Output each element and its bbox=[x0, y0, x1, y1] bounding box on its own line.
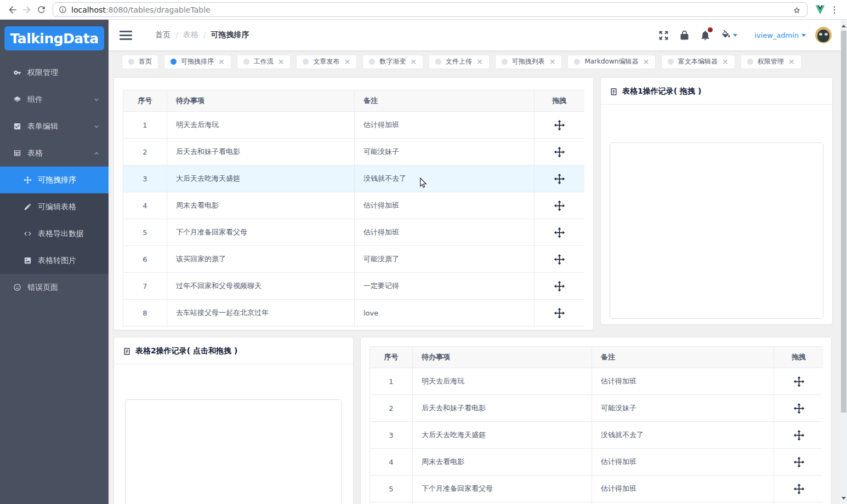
sidebar-item-error-pages[interactable]: 错误页面 bbox=[0, 274, 109, 301]
sidebar-subitem-table-to-image[interactable]: 表格转图片 bbox=[0, 247, 109, 274]
table-row[interactable]: 6 该买回家的票了 可能没票了 bbox=[123, 245, 584, 272]
address-bar[interactable]: localhost:8080/tables/dragableTable bbox=[53, 2, 808, 17]
tab-label: Markdown编辑器 bbox=[584, 57, 638, 66]
column-header: 备注 bbox=[592, 347, 774, 368]
browser-forward-button[interactable] bbox=[20, 3, 34, 17]
table-row[interactable]: 2 后天去和妹子看电影 可能没妹子 bbox=[370, 394, 822, 421]
page-scrollbar[interactable] bbox=[840, 20, 847, 504]
table-row[interactable]: 4 周末去看电影 估计得加班 bbox=[370, 448, 822, 475]
sidebar-subitem-label: 表格导出数据 bbox=[38, 229, 84, 239]
todo-cell: 下个月准备回家看父母 bbox=[167, 219, 355, 245]
sidebar-item-components[interactable]: 组件 bbox=[0, 86, 109, 113]
table-row[interactable]: 3 大后天去吃海天盛筵 没钱就不去了 bbox=[123, 165, 584, 192]
sidebar-subitem-editable-table[interactable]: 可编辑表格 bbox=[0, 193, 109, 220]
sidebar-item-tables[interactable]: 表格 bbox=[0, 140, 109, 167]
close-icon[interactable]: ✕ bbox=[788, 58, 795, 66]
table-row[interactable]: 4 周末去看电影 估计得加班 bbox=[123, 192, 584, 219]
notification-badge bbox=[708, 27, 713, 32]
drag-handle-icon[interactable] bbox=[554, 200, 565, 211]
drag-handle-icon[interactable] bbox=[793, 403, 805, 414]
todo-cell: 大后天去吃海天盛筵 bbox=[413, 422, 592, 448]
drag-handle-icon[interactable] bbox=[554, 227, 565, 238]
close-icon[interactable]: ✕ bbox=[643, 58, 649, 66]
table-header-row: 序号 待办事项 备注 拖拽 bbox=[123, 90, 584, 111]
table-row[interactable]: 2 后天去和妹子看电影 可能没妹子 bbox=[123, 138, 584, 165]
close-icon[interactable]: ✕ bbox=[476, 58, 483, 66]
drag-handle-icon[interactable] bbox=[793, 456, 805, 468]
card-header: 表格1操作记录( 拖拽 ) bbox=[601, 78, 832, 105]
row-index: 1 bbox=[123, 112, 167, 138]
notification-bell-icon[interactable] bbox=[700, 30, 711, 41]
chevron-down-icon bbox=[733, 34, 737, 39]
tab[interactable]: 富文本编辑器 ✕ bbox=[661, 55, 735, 69]
scrollbar-down-arrow[interactable] bbox=[840, 495, 847, 503]
fullscreen-icon[interactable] bbox=[658, 30, 669, 41]
tab[interactable]: 可拖拽排序 ✕ bbox=[164, 55, 231, 69]
tab-label: 可拖拽排序 bbox=[181, 57, 214, 66]
table-row[interactable]: 8 去车站接父母一起在北京过年 love bbox=[123, 299, 584, 326]
sidebar-item-form-edit[interactable]: 表单编辑 bbox=[0, 113, 109, 140]
drag-handle-icon[interactable] bbox=[554, 280, 565, 292]
theme-switcher[interactable] bbox=[720, 30, 737, 41]
sidebar-subitem-draggable-sort[interactable]: 可拖拽排序 bbox=[0, 167, 109, 193]
user-menu[interactable]: iview_admin bbox=[754, 31, 806, 39]
move-icon bbox=[24, 176, 32, 184]
tab[interactable]: 文件上传 ✕ bbox=[429, 55, 490, 69]
tab[interactable]: 工作流 ✕ bbox=[237, 55, 291, 69]
sidebar-item-label: 组件 bbox=[27, 95, 43, 105]
close-icon[interactable]: ✕ bbox=[549, 58, 556, 66]
bookmark-star-icon[interactable] bbox=[792, 5, 801, 14]
sidebar-subitem-table-export[interactable]: 表格导出数据 bbox=[0, 220, 109, 247]
close-icon[interactable]: ✕ bbox=[278, 58, 285, 66]
drag-handle-icon[interactable] bbox=[554, 307, 565, 319]
tab-status-dot bbox=[502, 59, 508, 65]
drag-handle-icon[interactable] bbox=[554, 254, 565, 265]
tab[interactable]: 数字渐变 ✕ bbox=[362, 55, 423, 69]
table-row[interactable]: 1 明天去后海玩 估计得加班 bbox=[123, 111, 584, 138]
row-index: 6 bbox=[123, 246, 167, 272]
note-cell: 估计得加班 bbox=[355, 219, 535, 245]
drag-handle-icon[interactable] bbox=[554, 173, 565, 185]
browser-menu-icon[interactable] bbox=[827, 3, 842, 17]
avatar[interactable] bbox=[815, 27, 832, 43]
breadcrumb-section[interactable]: 表格 bbox=[183, 30, 198, 40]
chevron-up-icon bbox=[93, 150, 100, 157]
drag-handle-icon[interactable] bbox=[793, 429, 805, 441]
table-row[interactable]: 6 该买回家的票了 可能没票了 bbox=[370, 502, 822, 504]
table-row[interactable]: 5 下个月准备回家看父母 估计得加班 bbox=[123, 219, 584, 245]
tab[interactable]: 权限管理 ✕ bbox=[741, 55, 801, 69]
lock-icon[interactable] bbox=[679, 30, 690, 41]
close-icon[interactable]: ✕ bbox=[722, 58, 729, 66]
drag-handle-icon[interactable] bbox=[793, 483, 805, 495]
close-icon[interactable]: ✕ bbox=[218, 58, 225, 66]
tab[interactable]: 首页 ✕ bbox=[122, 55, 158, 69]
app-logo[interactable]: TalkingData bbox=[4, 26, 104, 50]
drag-handle-icon[interactable] bbox=[554, 119, 565, 131]
table-row[interactable]: 7 过年不回家和父母视频聊天 一定要记得 bbox=[123, 272, 584, 299]
table-row[interactable]: 1 明天去后海玩 估计得加班 bbox=[370, 368, 822, 394]
table-row[interactable]: 5 下个月准备回家看父母 估计得加班 bbox=[370, 475, 822, 502]
sidebar-item-permissions[interactable]: 权限管理 bbox=[0, 59, 109, 86]
browser-back-button[interactable] bbox=[5, 3, 20, 17]
todo-cell: 后天去和妹子看电影 bbox=[413, 395, 592, 421]
close-icon[interactable]: ✕ bbox=[410, 58, 417, 66]
column-header: 序号 bbox=[370, 347, 413, 368]
browser-reload-button[interactable] bbox=[34, 3, 48, 17]
table-row[interactable]: 3 大后天去吃海天盛筵 没钱就不去了 bbox=[370, 421, 822, 448]
scrollbar-thumb[interactable] bbox=[841, 31, 846, 413]
vue-devtools-extension-icon[interactable] bbox=[813, 3, 827, 17]
column-header: 序号 bbox=[123, 90, 167, 111]
tab[interactable]: 可拖拽列表 ✕ bbox=[495, 55, 562, 69]
tab[interactable]: Markdown编辑器 ✕ bbox=[567, 55, 656, 69]
pencil-icon bbox=[24, 203, 32, 211]
breadcrumb-home[interactable]: 首页 bbox=[155, 30, 170, 40]
scrollbar-up-arrow[interactable] bbox=[840, 21, 847, 28]
drag-handle-icon[interactable] bbox=[793, 376, 805, 387]
note-cell: 没钱就不去了 bbox=[592, 422, 774, 448]
sidebar-collapse-button[interactable] bbox=[120, 31, 132, 40]
tab[interactable]: 文章发布 ✕ bbox=[296, 55, 357, 69]
site-info-icon[interactable] bbox=[59, 5, 67, 14]
drag-handle-icon[interactable] bbox=[554, 146, 565, 158]
close-icon[interactable]: ✕ bbox=[344, 58, 350, 66]
column-header: 拖拽 bbox=[774, 347, 823, 368]
